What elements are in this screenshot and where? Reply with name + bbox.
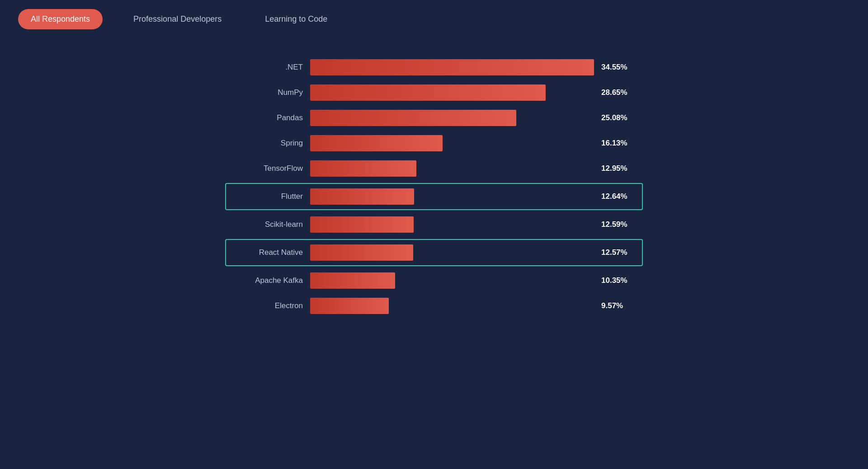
bar-fill	[310, 59, 594, 75]
bar-label: TensorFlow	[231, 164, 303, 173]
bar-fill	[310, 110, 516, 126]
bar-fill	[310, 272, 395, 289]
chart-row: Flutter12.64%	[225, 183, 643, 210]
bar-value: 25.08%	[601, 113, 637, 122]
chart-row: Electron9.57%	[231, 295, 637, 317]
chart-row: Spring16.13%	[231, 132, 637, 154]
bar-track	[310, 84, 594, 101]
chart-row: Apache Kafka10.35%	[231, 270, 637, 291]
chart-row: TensorFlow12.95%	[231, 158, 637, 179]
bar-track	[310, 298, 594, 314]
bar-fill	[310, 135, 443, 151]
bar-label: .NET	[231, 63, 303, 72]
bar-track	[310, 110, 594, 126]
bar-track	[310, 135, 594, 151]
bar-track	[310, 160, 594, 177]
bar-value: 12.64%	[601, 192, 637, 201]
bar-value: 16.13%	[601, 139, 637, 148]
bar-value: 28.65%	[601, 88, 637, 97]
bar-track	[310, 244, 594, 261]
bar-fill	[310, 298, 389, 314]
bar-track	[310, 59, 594, 75]
bar-track	[310, 272, 594, 289]
bar-fill	[310, 188, 414, 205]
bar-track	[310, 188, 594, 205]
bar-fill	[310, 160, 416, 177]
bar-value: 34.55%	[601, 63, 637, 72]
bar-chart: .NET34.55%NumPy28.65%Pandas25.08%Spring1…	[0, 38, 868, 317]
chart-row: NumPy28.65%	[231, 82, 637, 103]
bar-track	[310, 216, 594, 233]
tab-learning-to-code[interactable]: Learning to Code	[252, 9, 340, 29]
bar-label: React Native	[231, 248, 303, 257]
bar-value: 12.57%	[601, 248, 637, 257]
tab-professional-developers[interactable]: Professional Developers	[121, 9, 234, 29]
chart-row: .NET34.55%	[231, 56, 637, 78]
bar-label: Flutter	[231, 192, 303, 201]
bar-label: Spring	[231, 139, 303, 148]
tab-bar: All Respondents Professional Developers …	[0, 0, 868, 38]
tab-all-respondents[interactable]: All Respondents	[18, 9, 103, 29]
bar-value: 10.35%	[601, 276, 637, 285]
bar-label: Pandas	[231, 113, 303, 122]
bar-value: 9.57%	[601, 301, 637, 310]
bar-label: Scikit-learn	[231, 220, 303, 229]
bar-label: Apache Kafka	[231, 276, 303, 285]
bar-value: 12.95%	[601, 164, 637, 173]
chart-row: Scikit-learn12.59%	[231, 214, 637, 235]
bar-label: NumPy	[231, 88, 303, 97]
bar-label: Electron	[231, 301, 303, 310]
bar-value: 12.59%	[601, 220, 637, 229]
chart-row: React Native12.57%	[225, 239, 643, 266]
bar-fill	[310, 216, 414, 233]
bar-fill	[310, 244, 413, 261]
bar-fill	[310, 84, 546, 101]
chart-row: Pandas25.08%	[231, 107, 637, 129]
